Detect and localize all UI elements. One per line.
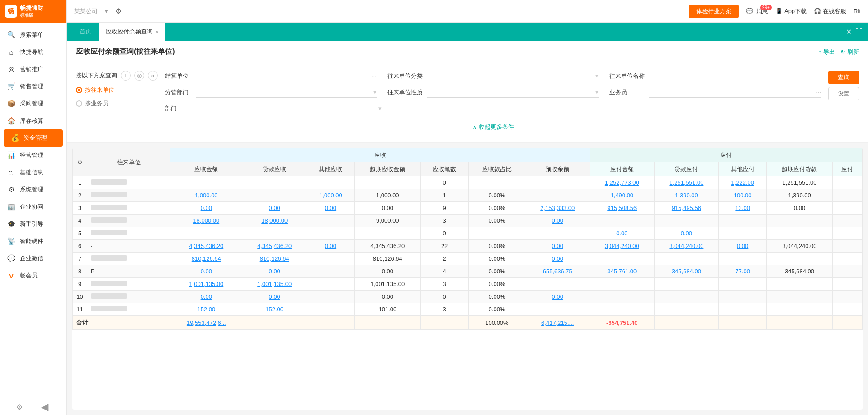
table-cell[interactable]: 915,495.56 xyxy=(654,202,719,215)
table-cell[interactable]: 1,000.00 xyxy=(170,189,242,202)
sidebar-item-marketing[interactable]: ◎ 营销推广 xyxy=(0,61,66,78)
table-config-header: ⚙ xyxy=(73,148,87,176)
table-cell[interactable]: 18,000.00 xyxy=(170,215,242,227)
logo-name: 畅捷通财 xyxy=(20,4,43,12)
table-cell[interactable]: 152.00 xyxy=(242,303,307,316)
table-cell[interactable]: 1,252,773.00 xyxy=(590,176,655,189)
scheme-by-salesperson[interactable]: 按业务员 xyxy=(76,98,158,110)
table-cell[interactable]: 810,126.64 xyxy=(242,253,307,265)
collapse-icon[interactable]: ◀‖ xyxy=(41,403,50,411)
table-cell[interactable]: 1,251,551.00 xyxy=(654,176,719,189)
tab-ar-ap[interactable]: 应收应付余额查询 × xyxy=(99,23,165,41)
table-cell[interactable]: 13.00 xyxy=(719,202,767,215)
sidebar-item-purchase[interactable]: 📦 采购管理 xyxy=(0,95,66,112)
table-cell[interactable]: 4,345,436.20 xyxy=(170,240,242,253)
table-cell[interactable]: 3,044,240.00 xyxy=(590,240,655,253)
sidebar-item-system[interactable]: ⚙ 系统管理 xyxy=(0,181,66,198)
sidebar-item-newbie[interactable]: 🎓 新手引导 xyxy=(0,215,66,233)
total-chaoqi-ys xyxy=(354,316,420,330)
table-cell[interactable]: 0.00 xyxy=(525,240,590,253)
table-cell[interactable]: 18,000.00 xyxy=(242,215,307,227)
export-button[interactable]: ↑ 导出 xyxy=(819,48,835,56)
fenguan-chevron[interactable]: ▾ xyxy=(373,89,377,95)
table-cell[interactable]: 0.00 xyxy=(242,265,307,278)
table-cell[interactable]: 77.00 xyxy=(719,265,767,278)
wanglai-fenlei-chevron[interactable]: ▾ xyxy=(595,72,599,79)
table-cell[interactable]: 655,636.75 xyxy=(525,265,590,278)
table-cell[interactable]: 2,153,333.00 xyxy=(525,202,590,215)
total-yingshou-je[interactable]: 19,553,472,6... xyxy=(170,316,242,330)
app-download-btn[interactable]: 📱 App下载 xyxy=(775,7,807,15)
table-cell[interactable]: 0.00 xyxy=(525,215,590,227)
table-cell[interactable]: 0.00 xyxy=(525,253,590,265)
wanglai-xingzhi-chevron[interactable]: ▾ xyxy=(595,89,599,95)
sidebar-item-basic[interactable]: 🗂 基础信息 xyxy=(0,164,66,181)
username[interactable]: Rit xyxy=(854,8,861,14)
tab-home[interactable]: 首页 xyxy=(72,23,99,41)
sidebar-item-finance[interactable]: 💰 资金管理 xyxy=(4,129,63,147)
sidebar-item-wechat[interactable]: 💬 企业微信 xyxy=(0,250,66,267)
table-cell[interactable]: 915,508.56 xyxy=(590,202,655,215)
query-button[interactable]: 查询 xyxy=(828,71,859,84)
row-number: 10 xyxy=(73,291,87,303)
promo-button[interactable]: 体验行业方案 xyxy=(689,5,739,18)
table-cell[interactable]: 0.00 xyxy=(307,202,355,215)
setting-button[interactable]: 设置 xyxy=(828,87,859,100)
table-cell[interactable]: 345,761.00 xyxy=(590,265,655,278)
table-cell[interactable]: 0.00 xyxy=(170,265,242,278)
settings-icon[interactable]: ⚙ xyxy=(16,403,23,411)
yewuyuan-ellipsis[interactable]: ··· xyxy=(816,89,821,95)
table-cell[interactable]: 1,000.00 xyxy=(307,189,355,202)
table-cell[interactable]: 1,001,135.00 xyxy=(170,278,242,291)
table-cell[interactable]: 1,001,135.00 xyxy=(242,278,307,291)
table-cell[interactable]: 0.00 xyxy=(242,202,307,215)
table-cell: 0.00 xyxy=(354,291,420,303)
table-cell[interactable]: 1,390.00 xyxy=(654,189,719,202)
table-cell[interactable]: 0.00 xyxy=(719,240,767,253)
table-cell[interactable]: 0.00 xyxy=(242,291,307,303)
table-cell[interactable]: 4,345,436.20 xyxy=(242,240,307,253)
table-cell[interactable]: 100.00 xyxy=(719,189,767,202)
table-cell[interactable]: 0.00 xyxy=(170,202,242,215)
table-cell xyxy=(525,227,590,240)
dropdown-icon[interactable]: ▾ xyxy=(105,8,108,14)
bumen-chevron[interactable]: ▾ xyxy=(378,105,382,112)
collapse-more-btn[interactable]: ∧ 收起更多条件 xyxy=(472,121,514,133)
scheme-settings-button[interactable]: ◎ xyxy=(134,71,144,81)
sidebar-item-quicknav[interactable]: ⌂ 快捷导航 xyxy=(0,43,66,61)
sidebar-item-corp[interactable]: 🏢 企业协同 xyxy=(0,198,66,215)
table-cell[interactable]: 1,222.00 xyxy=(719,176,767,189)
total-chaoqi-yf xyxy=(767,316,833,330)
table-cell[interactable]: 0.00 xyxy=(654,227,719,240)
scheme-by-unit[interactable]: 按往来单位 xyxy=(76,84,158,96)
sidebar-item-operation[interactable]: 📊 经营管理 xyxy=(0,147,66,164)
total-yushou-ye[interactable]: 6,417,215.... xyxy=(525,316,590,330)
tab-close-icon[interactable]: × xyxy=(156,29,158,34)
add-scheme-button[interactable]: + xyxy=(121,71,131,81)
col-ys-bs: 应收笔数 xyxy=(420,162,468,176)
table-cell[interactable]: 3,044,240.00 xyxy=(654,240,719,253)
filter-collapse-button[interactable]: « xyxy=(148,71,158,81)
table-cell[interactable]: 0.00 xyxy=(170,291,242,303)
refresh-button[interactable]: ↻ 刷新 xyxy=(840,48,859,56)
table-cell[interactable]: 345,684.00 xyxy=(654,265,719,278)
notification-badge[interactable]: 💬 消息 99+ xyxy=(746,7,768,15)
close-window-icon[interactable]: ✕ xyxy=(846,28,852,36)
table-cell xyxy=(719,227,767,240)
sidebar-item-search[interactable]: 🔍 搜索菜单 xyxy=(0,26,66,43)
sidebar-item-warehouse[interactable]: 🏠 库存核算 xyxy=(0,112,66,129)
table-cell[interactable]: 810,126.64 xyxy=(170,253,242,265)
support-btn[interactable]: 🎧 在线客服 xyxy=(814,7,846,15)
jiesuan-ellipsis[interactable]: ··· xyxy=(372,72,377,79)
table-cell[interactable]: 1,490.00 xyxy=(590,189,655,202)
sidebar-item-hardware[interactable]: 📡 智能硬件 xyxy=(0,233,66,250)
table-cell[interactable]: 0.00 xyxy=(307,240,355,253)
table-cell[interactable]: 152.00 xyxy=(170,303,242,316)
fullscreen-icon[interactable]: ⛶ xyxy=(855,28,863,36)
table-cell[interactable]: 0.00 xyxy=(525,291,590,303)
sidebar-item-sales[interactable]: 🛒 销售管理 xyxy=(0,78,66,95)
table-config-icon[interactable]: ⚙ xyxy=(77,159,83,166)
settings-gear-icon[interactable]: ⚙ xyxy=(115,7,122,15)
table-cell[interactable]: 0.00 xyxy=(590,227,655,240)
sidebar-item-member[interactable]: V 畅会员 xyxy=(0,267,66,284)
